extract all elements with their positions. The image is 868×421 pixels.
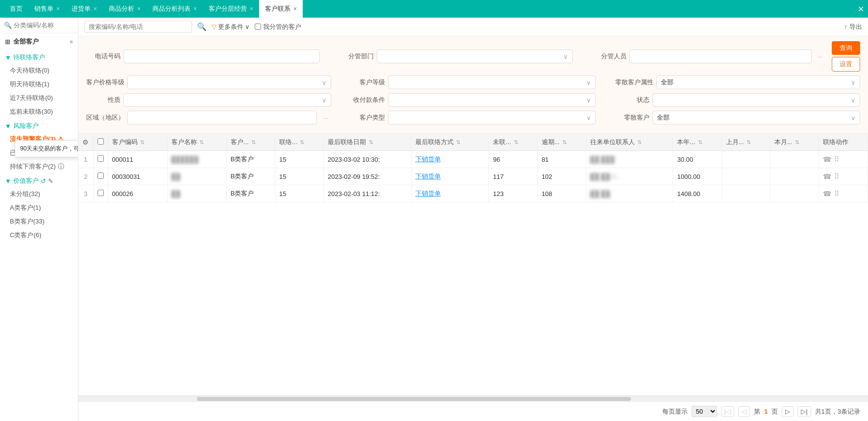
my-customers-checkbox-label[interactable]: 我分管的客户 <box>255 23 301 31</box>
nav-tab-customer-tier-close[interactable]: × <box>250 5 253 12</box>
sidebar-group-risk[interactable]: ▼ 风险客户 <box>0 119 78 132</box>
dept-select[interactable]: ∨ <box>377 50 573 63</box>
grid-icon: ⊞ <box>5 38 10 46</box>
sidebar-item-tomorrow[interactable]: 明天待联络(1) <box>0 77 78 91</box>
nav-tab-analysis-close[interactable]: × <box>137 5 141 12</box>
nav-tab-sales[interactable]: 销售单 × <box>28 0 66 18</box>
customer-type-select[interactable]: ∨ <box>388 111 596 124</box>
sidebar-item-7days[interactable]: 近7天待联络(0) <box>0 91 78 105</box>
action-more-icon-1[interactable]: ⠿ <box>834 173 839 180</box>
row-this-year-0: 30.00 <box>673 151 722 168</box>
row-last-method-link-0[interactable]: 下销货单 <box>415 155 441 163</box>
last-method-sort-icon[interactable]: ⇅ <box>456 139 460 145</box>
export-button[interactable]: ↑ 导出 <box>844 23 863 31</box>
nav-tab-analysis-list-close[interactable]: × <box>193 5 197 12</box>
contact-sort-icon[interactable]: ⇅ <box>300 139 304 145</box>
sidebar-group-value[interactable]: ▼ 价值客户 ↺ ✎ <box>0 173 78 187</box>
scroll-thumb[interactable] <box>197 397 631 401</box>
code-sort-icon[interactable]: ⇅ <box>140 139 145 145</box>
action-phone-icon-2[interactable]: ☎ <box>823 190 831 198</box>
action-phone-icon-0[interactable]: ☎ <box>823 155 831 163</box>
status-select[interactable]: ∨ <box>652 93 860 107</box>
overdue-sort-icon[interactable]: ⇅ <box>562 139 567 145</box>
nav-tab-customer-tier[interactable]: 客户分层经营 × <box>203 0 259 18</box>
action-more-icon-0[interactable]: ⠿ <box>834 155 839 163</box>
filter-row-1: 电话号码 分管部门 ∨ 分管人员 <box>86 41 860 72</box>
zero-customer-select[interactable]: 全部 ∨ <box>652 111 860 124</box>
next-page-btn[interactable]: ▷ <box>782 406 794 417</box>
nav-tab-analysis[interactable]: 商品分析 × <box>103 0 146 18</box>
name-sort-icon[interactable]: ⇅ <box>199 139 204 145</box>
sidebar-item-ungroup[interactable]: 未分组(32) <box>0 187 78 201</box>
last-date-sort-icon[interactable]: ⇅ <box>369 139 373 145</box>
nav-home[interactable]: 首页 <box>4 4 28 13</box>
row-index-1: 2 <box>78 168 93 185</box>
uncontacted-sort-icon[interactable]: ⇅ <box>514 139 518 145</box>
last-month-sort-icon[interactable]: ⇅ <box>747 139 751 145</box>
phone-input[interactable] <box>123 50 320 63</box>
row-last-date-1: 2023-02-09 19:52: <box>324 168 411 185</box>
person-select[interactable] <box>629 50 812 63</box>
nav-tab-analysis-list[interactable]: 商品分析列表 × <box>146 0 203 18</box>
row-last-method-link-1[interactable]: 下销货单 <box>415 173 441 180</box>
nav-tab-purchase-close[interactable]: × <box>94 5 97 12</box>
per-page-select[interactable]: 50 100 200 <box>692 406 717 417</box>
row-select-1[interactable] <box>97 173 104 179</box>
region-more-icon[interactable]: ··· <box>320 114 331 122</box>
sidebar-item-overdue[interactable]: 迄前未联络(30) <box>0 105 78 119</box>
action-more-icon-2[interactable]: ⠿ <box>834 190 839 198</box>
settings-button[interactable]: 设置 <box>832 57 860 72</box>
action-phone-icon-1[interactable]: ☎ <box>823 173 831 180</box>
more-conditions-button[interactable]: ▽ 更多条件 ∨ <box>212 23 250 31</box>
nature-caret-icon: ∨ <box>322 97 327 104</box>
company-sort-icon[interactable]: ⇅ <box>637 139 642 145</box>
horizontal-scrollbar[interactable] <box>78 396 868 401</box>
sidebar-item-today[interactable]: 今天待联络(0) <box>0 64 78 77</box>
filter-row-2: 客户价格等级 ∨ 客户等级 ∨ <box>86 75 860 89</box>
total-label: 共1页，3条记录 <box>815 407 860 416</box>
prev-page-btn[interactable]: ◁ <box>738 406 750 417</box>
row-last-method-link-2[interactable]: 下销货单 <box>415 190 441 197</box>
first-page-btn[interactable]: |◁ <box>721 406 734 417</box>
select-all-checkbox[interactable] <box>97 138 104 145</box>
query-button[interactable]: 查询 <box>832 41 860 55</box>
this-year-sort-icon[interactable]: ⇅ <box>698 139 702 145</box>
type-sort-icon[interactable]: ⇅ <box>251 139 256 145</box>
nav-tab-sales-close[interactable]: × <box>56 5 60 12</box>
collapse-icon[interactable]: « <box>70 38 73 45</box>
sidebar-group-pending[interactable]: ▼ 待联络客户 <box>0 50 78 64</box>
filter-bar: 🔍 ▽ 更多条件 ∨ 我分管的客户 ↑ 导出 <box>78 18 868 36</box>
nav-tab-analysis-list-label: 商品分析列表 <box>152 4 191 13</box>
sidebar-item-declining[interactable]: 持续下滑客户(2) ⓘ <box>0 160 78 173</box>
nav-tab-purchase[interactable]: 进货单 × <box>66 0 103 18</box>
price-level-caret-icon: ∨ <box>322 79 327 86</box>
my-customers-checkbox[interactable] <box>255 24 261 30</box>
price-level-select[interactable]: ∨ <box>127 75 331 89</box>
region-select[interactable] <box>127 111 317 124</box>
zero-attr-select[interactable]: 全部 ∨ <box>656 75 860 89</box>
row-select-2[interactable] <box>97 190 104 196</box>
sidebar-item-class-b[interactable]: B类客户(33) <box>0 215 78 228</box>
person-more-icon[interactable]: ··· <box>815 53 826 60</box>
filter-search-input[interactable] <box>84 21 192 33</box>
sidebar-item-class-a[interactable]: A类客户(1) <box>0 201 78 215</box>
row-overdue-2: 108 <box>537 185 586 202</box>
sidebar-all-customers[interactable]: ⊞ 全部客户 « <box>0 33 78 50</box>
nav-tab-customer-contact-close[interactable]: × <box>293 5 297 12</box>
row-last-method-0: 下销货单 <box>411 151 489 168</box>
nature-select[interactable]: ∨ <box>123 93 331 107</box>
customer-level-select[interactable]: ∨ <box>388 75 596 89</box>
this-month-sort-icon[interactable]: ⇅ <box>795 139 799 145</box>
nav-tab-customer-contact[interactable]: 客户联系 × <box>259 0 303 18</box>
sidebar-item-class-c[interactable]: C类客户(6) <box>0 228 78 242</box>
sidebar-search-input[interactable] <box>14 22 74 29</box>
payment-select[interactable]: ∨ <box>388 93 596 107</box>
page-label: 第 <box>754 407 760 416</box>
last-page-btn[interactable]: ▷| <box>797 406 811 417</box>
filter-search-button[interactable]: 🔍 <box>197 22 207 31</box>
filter-cell-zero-attr: 零散客户属性 全部 ∨ <box>615 75 860 89</box>
row-name-1: ██ <box>167 168 226 185</box>
window-close-btn[interactable]: ✕ <box>858 4 864 14</box>
row-select-0[interactable] <box>97 155 104 162</box>
gear-icon[interactable]: ⚙ <box>82 138 89 146</box>
